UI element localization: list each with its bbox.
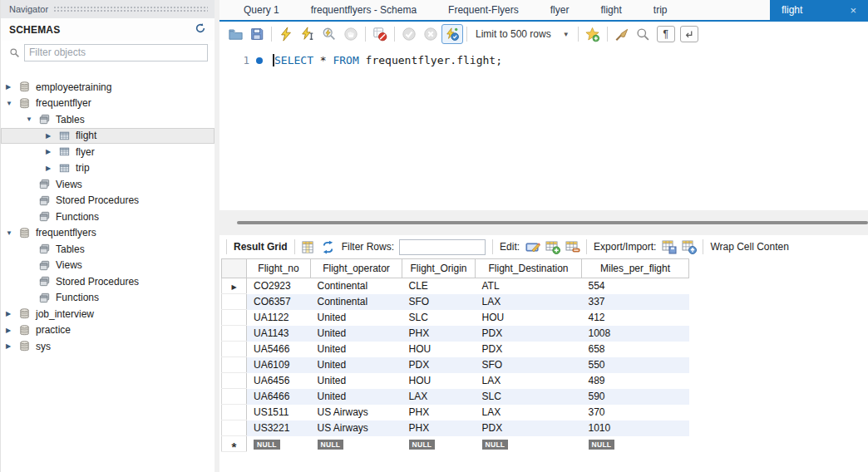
cell[interactable]: 370 bbox=[582, 405, 689, 420]
cell[interactable]: United bbox=[311, 389, 402, 405]
cell[interactable]: US Airways bbox=[311, 420, 402, 436]
row-header[interactable] bbox=[222, 405, 247, 420]
tree-item-frequentflyers[interactable]: ▼frequentflyers bbox=[1, 225, 215, 242]
export-icon[interactable] bbox=[659, 238, 679, 256]
new-row[interactable]: *NULLNULLNULLNULLNULL bbox=[222, 436, 689, 452]
expand-arrow-icon[interactable]: ▶ bbox=[6, 327, 18, 334]
tree-item-functions[interactable]: Functions bbox=[1, 209, 215, 225]
cell[interactable]: LAX bbox=[476, 373, 582, 389]
cell[interactable]: PHX bbox=[402, 405, 476, 420]
cell[interactable]: UA5466 bbox=[247, 342, 311, 357]
cell[interactable]: UA6109 bbox=[247, 357, 311, 373]
column-header-flight-no[interactable]: Flight_no bbox=[247, 259, 311, 278]
tab-trip[interactable]: trip bbox=[638, 0, 683, 20]
tab-flight[interactable]: flight× bbox=[770, 0, 868, 20]
cell[interactable]: SLC bbox=[476, 389, 582, 405]
expand-arrow-icon[interactable]: ▶ bbox=[46, 148, 58, 155]
cell[interactable]: PDX bbox=[476, 342, 582, 357]
table-row[interactable]: UA6109UnitedPDXSFO550 bbox=[222, 357, 689, 373]
cell[interactable]: SLC bbox=[402, 310, 476, 326]
table-row[interactable]: UA6466UnitedLAXSLC590 bbox=[222, 389, 689, 405]
new-row-header[interactable]: * bbox=[222, 436, 247, 452]
table-row[interactable]: UA6456UnitedHOULAX489 bbox=[222, 373, 689, 389]
cell[interactable]: 550 bbox=[582, 357, 689, 373]
grid-view-icon[interactable] bbox=[298, 238, 318, 256]
cell[interactable]: United bbox=[311, 326, 402, 342]
table-row[interactable]: ▶CO2923ContinentalCLEATL554 bbox=[222, 278, 689, 294]
cell[interactable]: CO6357 bbox=[247, 294, 311, 310]
tree-item-flyer[interactable]: ▶flyer bbox=[1, 144, 215, 160]
toggle-wrap-icon[interactable] bbox=[680, 26, 698, 42]
cell[interactable]: CLE bbox=[402, 278, 476, 294]
cell[interactable]: 489 bbox=[582, 373, 689, 389]
column-header-flight-origin[interactable]: Flight_Origin bbox=[402, 259, 476, 278]
save-icon[interactable] bbox=[246, 24, 268, 44]
row-header[interactable] bbox=[222, 294, 247, 310]
table-row[interactable]: UA1122UnitedSLCHOU412 bbox=[222, 310, 689, 326]
expand-arrow-icon[interactable]: ▶ bbox=[6, 342, 18, 350]
tree-item-stored-procedures[interactable]: Stored Procedures bbox=[1, 273, 215, 290]
cell[interactable]: Continental bbox=[311, 294, 402, 310]
splitter-handle[interactable] bbox=[237, 221, 868, 224]
cell-null[interactable]: NULL bbox=[247, 436, 311, 452]
cell[interactable]: UA6456 bbox=[247, 373, 311, 389]
tree-item-tables[interactable]: Tables bbox=[1, 241, 215, 258]
tree-item-views[interactable]: Views bbox=[1, 258, 215, 274]
cell[interactable]: PHX bbox=[402, 326, 476, 342]
cell[interactable]: LAX bbox=[476, 405, 582, 420]
toggle-stop-on-error-icon[interactable] bbox=[369, 24, 391, 44]
tab-query-1[interactable]: Query 1 bbox=[228, 0, 295, 20]
expand-arrow-icon[interactable]: ▶ bbox=[6, 83, 18, 91]
table-row[interactable]: UA5466UnitedHOUPDX658 bbox=[222, 342, 689, 357]
tree-item-practice[interactable]: ▶practice bbox=[1, 322, 215, 339]
row-header[interactable] bbox=[222, 310, 247, 326]
cell[interactable]: 1008 bbox=[582, 326, 689, 342]
cell[interactable]: PDX bbox=[402, 357, 476, 373]
explain-icon[interactable] bbox=[318, 24, 340, 44]
refresh-grid-icon[interactable] bbox=[318, 238, 338, 256]
row-header[interactable] bbox=[222, 326, 247, 342]
cell[interactable]: 1010 bbox=[582, 420, 689, 436]
table-row[interactable]: US3221US AirwaysPHXPDX1010 bbox=[222, 420, 689, 436]
cell[interactable]: HOU bbox=[476, 310, 582, 326]
cell-null[interactable]: NULL bbox=[402, 436, 476, 452]
show-invisibles-icon[interactable]: ¶ bbox=[657, 26, 675, 42]
column-header-flight-operator[interactable]: Flight_operator bbox=[311, 259, 402, 278]
tree-item-tables[interactable]: ▼Tables bbox=[1, 111, 215, 128]
open-script-icon[interactable] bbox=[224, 24, 246, 44]
cell[interactable]: United bbox=[311, 373, 402, 389]
collapse-arrow-icon[interactable]: ▼ bbox=[6, 229, 18, 237]
tree-item-functions[interactable]: Functions bbox=[1, 290, 215, 307]
cell[interactable]: United bbox=[311, 357, 402, 373]
cell[interactable]: United bbox=[311, 310, 402, 326]
add-row-icon[interactable] bbox=[543, 238, 563, 256]
collapse-arrow-icon[interactable]: ▼ bbox=[6, 100, 18, 107]
cell[interactable]: 658 bbox=[582, 342, 689, 357]
tab-frequentflyers-schema[interactable]: frequentflyers - Schema bbox=[295, 0, 432, 20]
row-header[interactable] bbox=[222, 357, 247, 373]
beautify-icon[interactable] bbox=[611, 24, 633, 44]
tree-item-employeetraining[interactable]: ▶employeetraining bbox=[1, 79, 215, 96]
table-row[interactable]: UA1143UnitedPHXPDX1008 bbox=[222, 326, 689, 342]
delete-row-icon[interactable] bbox=[563, 238, 583, 256]
cell-null[interactable]: NULL bbox=[476, 436, 582, 452]
tree-item-stored-procedures[interactable]: Stored Procedures bbox=[1, 193, 215, 209]
expand-arrow-icon[interactable]: ▶ bbox=[6, 310, 18, 317]
new-snippet-icon[interactable] bbox=[582, 24, 604, 44]
cell[interactable]: PDX bbox=[476, 326, 582, 342]
cell[interactable]: UA6466 bbox=[247, 389, 311, 405]
cell-null[interactable]: NULL bbox=[582, 436, 689, 452]
cell[interactable]: 337 bbox=[582, 294, 689, 310]
tree-item-views[interactable]: Views bbox=[1, 176, 215, 193]
cell[interactable]: SFO bbox=[402, 294, 476, 310]
cell[interactable]: United bbox=[311, 342, 402, 357]
cell[interactable]: LAX bbox=[402, 389, 476, 405]
cell[interactable]: UA1122 bbox=[247, 310, 311, 326]
cell[interactable]: 554 bbox=[582, 278, 689, 294]
sql-code-editor[interactable]: 1 SELECT * FROM frequentflyer.flight; bbox=[219, 47, 868, 210]
cell[interactable]: Continental bbox=[311, 278, 402, 294]
cell[interactable]: HOU bbox=[402, 373, 476, 389]
refresh-schemas-icon[interactable] bbox=[195, 22, 206, 37]
cell-null[interactable]: NULL bbox=[311, 436, 402, 452]
collapse-arrow-icon[interactable]: ▼ bbox=[26, 116, 38, 123]
